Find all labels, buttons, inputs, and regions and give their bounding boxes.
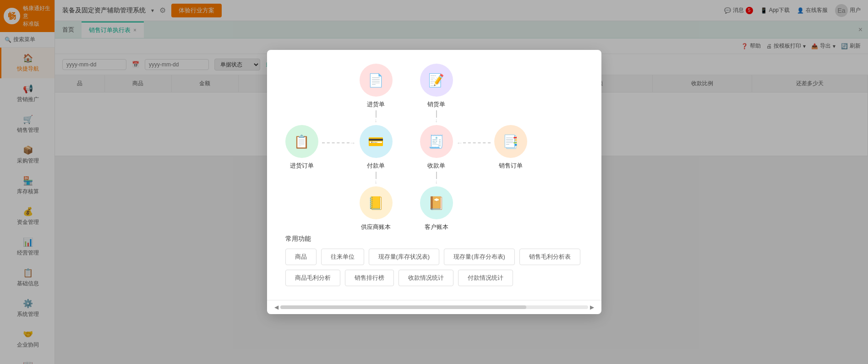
purchase-order-node: 📋 进货订单 xyxy=(285,125,318,170)
flow-area: 📋 进货订单 → 📄 进货单 ↓ xyxy=(285,64,583,231)
quick-btn-付款情况统计[interactable]: 付款情况统计 xyxy=(458,270,513,286)
customer-label: 客户账本 xyxy=(425,223,448,231)
quick-functions-title: 常用功能 xyxy=(285,235,583,243)
purchase-bill-node: 📄 进货单 xyxy=(360,64,393,109)
quick-buttons-container: 商品往来单位现存量(库存状况表)现存量(库存分布表)销售毛利分析表商品毛利分析销… xyxy=(285,249,583,286)
sales-bill-node: 📝 销货单 xyxy=(420,64,453,109)
sales-bill-col: 📝 销货单 ↓ 🧾 收款单 xyxy=(420,64,453,231)
quick-btn-现存量(库存分布表)[interactable]: 现存量(库存分布表) xyxy=(444,249,515,265)
payment-node: 💳 付款单 xyxy=(360,125,393,170)
modal-overlay[interactable]: 📋 进货订单 → 📄 进货单 ↓ xyxy=(0,0,868,364)
quick-btn-商品[interactable]: 商品 xyxy=(285,249,317,265)
sales-order-circle: 📑 xyxy=(494,125,527,158)
arrow-v-1: ↓ xyxy=(375,109,377,125)
supplier-label: 供应商账本 xyxy=(361,223,391,231)
modal: 📋 进货订单 → 📄 进货单 ↓ xyxy=(267,50,601,314)
receipt-circle: 🧾 xyxy=(420,125,453,158)
payment-label: 付款单 xyxy=(367,162,385,170)
scrollbar-left-arrow[interactable]: ◀ xyxy=(274,304,278,310)
purchase-order-col: 📋 进货订单 xyxy=(285,125,318,170)
sales-order-label: 销售订单 xyxy=(499,162,523,170)
arrow-v-4: ↓ xyxy=(435,170,438,186)
payment-circle: 💳 xyxy=(360,125,393,158)
sales-order-node: 📑 销售订单 xyxy=(494,125,527,170)
quick-btn-销售毛利分析表[interactable]: 销售毛利分析表 xyxy=(519,249,580,265)
sales-bill-circle: 📝 xyxy=(420,64,453,97)
purchase-bill-circle: 📄 xyxy=(360,64,393,97)
customer-circle: 📔 xyxy=(420,186,453,219)
receipt-label: 收款单 xyxy=(427,162,445,170)
sales-bill-label: 销货单 xyxy=(427,100,445,109)
arrow-v-3: ↓ xyxy=(435,109,438,125)
quick-btn-收款情况统计[interactable]: 收款情况统计 xyxy=(399,270,453,286)
quick-btn-往来单位[interactable]: 往来单位 xyxy=(321,249,364,265)
quick-functions: 常用功能 商品往来单位现存量(库存状况表)现存量(库存分布表)销售毛利分析表商品… xyxy=(285,235,583,286)
receipt-node: 🧾 收款单 xyxy=(420,125,453,170)
supplier-circle: 📒 xyxy=(360,186,393,219)
quick-btn-现存量(库存状况表)[interactable]: 现存量(库存状况表) xyxy=(369,249,440,265)
arrow-h-2: ← xyxy=(453,139,494,147)
quick-btn-商品毛利分析[interactable]: 商品毛利分析 xyxy=(285,270,340,286)
modal-inner: 📋 进货订单 → 📄 进货单 ↓ xyxy=(267,50,601,300)
arrow-v-2: ↓ xyxy=(375,170,377,186)
purchase-order-circle: 📋 xyxy=(285,125,318,158)
scrollbar-right-arrow[interactable]: ▶ xyxy=(590,304,594,310)
purchase-bill-col: 📄 进货单 ↓ 💳 付款单 xyxy=(360,64,393,231)
quick-btn-销售排行榜[interactable]: 销售排行榜 xyxy=(345,270,394,286)
arrow-h-1: → xyxy=(318,139,360,147)
supplier-node: 📒 供应商账本 xyxy=(360,186,393,231)
scrollbar-thumb xyxy=(280,305,527,309)
sales-order-col: 📑 销售订单 xyxy=(494,125,527,170)
purchase-order-label: 进货订单 xyxy=(290,162,314,170)
modal-scrollbar: ◀ ▶ xyxy=(267,300,601,314)
purchase-bill-label: 进货单 xyxy=(367,100,385,109)
scrollbar-track xyxy=(280,305,588,309)
customer-node: 📔 客户账本 xyxy=(420,186,453,231)
